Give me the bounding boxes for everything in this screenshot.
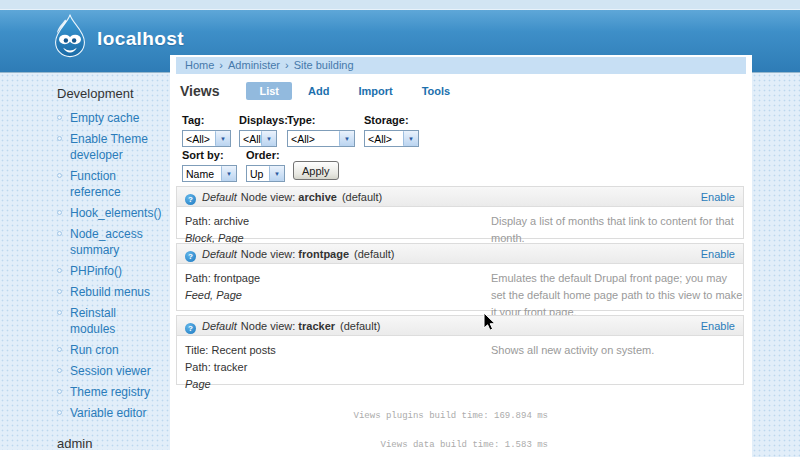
sidebar-item-run-cron: Run cron [57, 342, 161, 358]
enable-link[interactable]: Enable [701, 244, 735, 264]
sidebar-link[interactable]: Run cron [70, 343, 119, 357]
tab-import[interactable]: Import [358, 85, 392, 97]
title-row: Views List Add Import Tools [180, 81, 479, 101]
view-row-frontpage: ?DefaultNode view: frontpage(default) En… [176, 243, 744, 311]
data-build-time: Views data build time: 1.583 ms [180, 440, 548, 450]
sidebar-item-function-reference: Function reference [57, 168, 161, 200]
apply-button[interactable]: Apply [293, 161, 339, 180]
view-description: Emulates the default Drupal front page; … [491, 270, 743, 321]
sidebar-link[interactable]: Reinstall modules [70, 306, 116, 336]
sidebar-item-node-access-summary: Node_access summary [57, 226, 161, 258]
type-select-value: <All> [288, 131, 339, 146]
bullet-circle-icon [57, 268, 62, 273]
help-icon[interactable]: ? [185, 323, 196, 334]
breadcrumb-link-administer[interactable]: Administer [228, 59, 280, 71]
help-icon[interactable]: ? [185, 251, 196, 262]
view-row-header: ?DefaultNode view: tracker(default) Enab… [177, 316, 743, 336]
filter-group-displays: Displays: <All> ▼ [239, 114, 288, 147]
build-time-stats: Views plugins build time: 169.894 ms Vie… [180, 411, 548, 457]
plugins-build-time: Views plugins build time: 169.894 ms [180, 411, 548, 421]
view-kind: Node view: [241, 248, 295, 260]
sidebar-link[interactable]: Node_access summary [70, 227, 143, 257]
bullet-circle-icon [57, 231, 62, 236]
storage-select[interactable]: <All> ▼ [364, 130, 419, 147]
view-row-body: Path: frontpage Feed, Page Emulates the … [177, 264, 743, 304]
sidebar-link[interactable]: Variable editor [70, 406, 147, 420]
sidebar-link[interactable]: Session viewer [70, 364, 151, 378]
view-row-archive: ?DefaultNode view: archive(default) Enab… [176, 186, 744, 239]
filter-group-storage: Storage: <All> ▼ [364, 114, 419, 147]
type-select[interactable]: <All> ▼ [287, 130, 355, 147]
sidebar-link[interactable]: Theme registry [70, 385, 150, 399]
view-name: archive [298, 191, 337, 203]
bullet-circle-icon [57, 173, 62, 178]
displays-select[interactable]: <All> ▼ [239, 130, 277, 147]
sidebar-link[interactable]: Hook_elements() [70, 206, 161, 220]
enable-link[interactable]: Enable [701, 187, 735, 207]
bullet-circle-icon [57, 210, 62, 215]
mouse-cursor-icon [483, 312, 497, 332]
sidebar-item-phpinfo: PHPinfo() [57, 263, 161, 279]
view-kind: Node view: [241, 320, 295, 332]
sidebar-item-reinstall-modules: Reinstall modules [57, 305, 161, 337]
enable-link[interactable]: Enable [701, 316, 735, 336]
sort-by-select-value: Name [183, 166, 221, 181]
top-strip [0, 0, 800, 10]
order-select[interactable]: Up ▼ [246, 165, 285, 182]
filter-group-sort-by: Sort by: Name ▼ [182, 149, 237, 182]
view-suffix: (default) [342, 191, 382, 203]
filters-form: Tag: <All> ▼ Displays: <All> ▼ Type: <Al… [180, 114, 745, 184]
bullet-circle-icon [57, 115, 62, 120]
view-row-body: Title: Recent posts Path: tracker Page S… [177, 336, 743, 393]
sidebar-item-theme-registry: Theme registry [57, 384, 161, 400]
storage-label: Storage: [364, 114, 419, 126]
tab-tools[interactable]: Tools [422, 85, 451, 97]
bullet-circle-icon [57, 368, 62, 373]
dropdown-arrow-icon: ▼ [261, 131, 276, 146]
bullet-circle-icon [57, 410, 62, 415]
tab-list[interactable]: List [246, 82, 292, 100]
view-suffix: (default) [354, 248, 394, 260]
breadcrumb-link-home[interactable]: Home [185, 59, 214, 71]
help-icon[interactable]: ? [185, 194, 196, 205]
sidebar-item-enable-theme-developer: Enable Theme developer [57, 131, 161, 163]
dropdown-arrow-icon: ▼ [221, 166, 236, 181]
breadcrumb-separator: › [219, 59, 223, 71]
view-row-header: ?DefaultNode view: archive(default) Enab… [177, 187, 743, 207]
dropdown-arrow-icon: ▼ [215, 131, 230, 146]
bullet-circle-icon [57, 289, 62, 294]
storage-select-value: <All> [365, 131, 403, 146]
sort-by-label: Sort by: [182, 149, 237, 161]
view-suffix: (default) [340, 320, 380, 332]
site-name-link[interactable]: localhost [97, 28, 184, 50]
sidebar-link[interactable]: PHPinfo() [70, 264, 122, 278]
filter-group-order: Order: Up ▼ [246, 149, 285, 182]
tab-add[interactable]: Add [308, 85, 329, 97]
tag-select-value: <All> [183, 131, 215, 146]
sidebar-item-session-viewer: Session viewer [57, 363, 161, 379]
sidebar-item-empty-cache: Empty cache [57, 110, 161, 126]
sort-by-select[interactable]: Name ▼ [182, 165, 237, 182]
development-menu: Empty cache Enable Theme developer Funct… [57, 110, 170, 421]
view-type: Default [202, 320, 237, 332]
view-description: Shows all new activity on system. [491, 342, 743, 359]
druplicon-logo[interactable] [48, 13, 92, 59]
view-path: Path: tracker [185, 359, 743, 376]
view-displays: Page [185, 376, 743, 393]
breadcrumb-separator: › [285, 59, 289, 71]
page-title: Views [180, 83, 219, 99]
dropdown-arrow-icon: ▼ [403, 131, 418, 146]
sidebar-link[interactable]: Empty cache [70, 111, 139, 125]
sidebar-link[interactable]: Rebuild menus [70, 285, 150, 299]
view-row-body: Path: archive Block, Page Display a list… [177, 207, 743, 247]
sidebar-link[interactable]: Enable Theme developer [70, 132, 148, 162]
breadcrumb-link-site-building[interactable]: Site building [294, 59, 354, 71]
dropdown-arrow-icon: ▼ [339, 131, 354, 146]
tag-label: Tag: [182, 114, 231, 126]
tag-select[interactable]: <All> ▼ [182, 130, 231, 147]
bullet-circle-icon [57, 389, 62, 394]
order-select-value: Up [247, 166, 269, 181]
sidebar-link[interactable]: Function reference [70, 169, 121, 199]
view-name: tracker [298, 320, 335, 332]
type-label: Type: [287, 114, 355, 126]
